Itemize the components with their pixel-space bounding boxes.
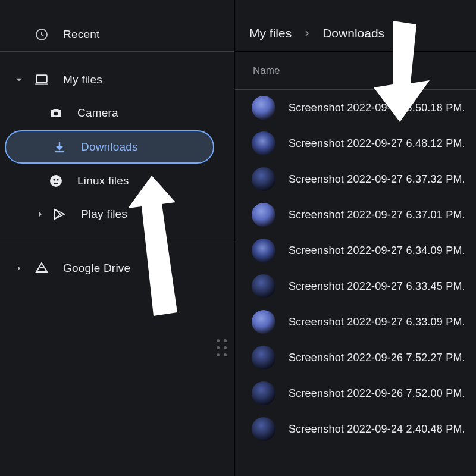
breadcrumb-root[interactable]: My files bbox=[249, 26, 292, 40]
play-icon bbox=[51, 206, 68, 223]
chevron-right-icon bbox=[303, 27, 311, 40]
sidebar-section-myfiles: My files Camera Downloads bbox=[0, 52, 234, 240]
breadcrumb: My files Downloads bbox=[235, 0, 476, 52]
laptop-icon bbox=[33, 71, 50, 88]
sidebar-item-recent[interactable]: Recent bbox=[0, 0, 234, 51]
file-thumbnail-icon bbox=[252, 131, 275, 155]
drive-label: Google Drive bbox=[63, 262, 130, 275]
recent-label: Recent bbox=[63, 28, 99, 41]
file-name: Screenshot 2022-09-27 6.33.09 PM. bbox=[289, 316, 465, 328]
camera-label: Camera bbox=[77, 107, 118, 120]
sidebar-section-recent: Recent bbox=[0, 0, 234, 52]
svg-point-5 bbox=[57, 178, 58, 180]
file-name: Screenshot 2022-09-27 6.34.09 PM. bbox=[289, 245, 465, 257]
file-thumbnail-icon bbox=[252, 203, 275, 227]
file-thumbnail-icon bbox=[252, 417, 275, 441]
sidebar-item-play[interactable]: Play files bbox=[2, 198, 228, 230]
file-thumbnail-icon bbox=[252, 167, 275, 191]
file-row[interactable]: Screenshot 2022-09-27 6.37.32 PM. bbox=[235, 161, 476, 197]
svg-rect-1 bbox=[36, 75, 46, 82]
file-thumbnail-icon bbox=[252, 346, 275, 369]
file-row[interactable]: Screenshot 2022-09-24 2.40.48 PM. bbox=[235, 411, 476, 447]
file-name: Screenshot 2022-09-24 2.40.48 PM. bbox=[289, 423, 465, 436]
drive-icon bbox=[33, 260, 50, 277]
file-row[interactable]: Screenshot 2022-09-27 6.33.09 PM. bbox=[235, 304, 476, 340]
file-row[interactable]: Screenshot 2022-09-26 7.52.00 PM. bbox=[235, 375, 476, 411]
file-row[interactable]: Screenshot 2022-09-27 6.50.18 PM. bbox=[235, 90, 476, 126]
files-app: Recent My files Camera bbox=[0, 0, 476, 476]
drag-handle-icon[interactable] bbox=[217, 339, 227, 357]
chevron-right-icon bbox=[32, 206, 49, 223]
main-panel: My files Downloads Name Screenshot 2022-… bbox=[235, 0, 476, 476]
file-row[interactable]: Screenshot 2022-09-27 6.37.01 PM. bbox=[235, 197, 476, 233]
file-thumbnail-icon bbox=[252, 239, 275, 262]
sidebar-section-drive: Google Drive bbox=[0, 240, 234, 286]
download-icon bbox=[51, 139, 68, 155]
sidebar-item-camera[interactable]: Camera bbox=[2, 97, 228, 129]
file-row[interactable]: Screenshot 2022-09-27 6.33.45 PM. bbox=[235, 268, 476, 304]
file-row[interactable]: Screenshot 2022-09-26 7.52.27 PM. bbox=[235, 340, 476, 375]
chevron-down-icon bbox=[11, 71, 27, 88]
column-header-row: Name bbox=[235, 52, 476, 90]
sidebar-item-my-files[interactable]: My files bbox=[2, 64, 228, 96]
file-thumbnail-icon bbox=[252, 310, 275, 334]
file-name: Screenshot 2022-09-27 6.37.01 PM. bbox=[289, 209, 465, 221]
file-thumbnail-icon bbox=[252, 381, 275, 405]
clock-icon bbox=[35, 27, 49, 42]
linux-label: Linux files bbox=[77, 174, 129, 187]
svg-point-3 bbox=[50, 175, 62, 187]
file-name: Screenshot 2022-09-27 6.33.45 PM. bbox=[289, 280, 465, 293]
file-name: Screenshot 2022-09-27 6.37.32 PM. bbox=[289, 173, 465, 186]
file-thumbnail-icon bbox=[252, 274, 275, 298]
camera-icon bbox=[48, 105, 64, 121]
sidebar-item-linux[interactable]: Linux files bbox=[2, 165, 228, 197]
column-header-name[interactable]: Name bbox=[253, 65, 280, 77]
breadcrumb-current: Downloads bbox=[322, 26, 384, 40]
file-name: Screenshot 2022-09-27 6.48.12 PM. bbox=[289, 137, 465, 150]
downloads-label: Downloads bbox=[81, 140, 138, 154]
file-name: Screenshot 2022-09-26 7.52.27 PM. bbox=[289, 352, 465, 364]
sidebar-item-downloads[interactable]: Downloads bbox=[5, 130, 214, 164]
sidebar-item-drive[interactable]: Google Drive bbox=[2, 252, 228, 284]
file-row[interactable]: Screenshot 2022-09-27 6.48.12 PM. bbox=[235, 126, 476, 161]
svg-point-4 bbox=[53, 178, 55, 180]
file-name: Screenshot 2022-09-26 7.52.00 PM. bbox=[289, 387, 465, 400]
file-thumbnail-icon bbox=[252, 96, 275, 120]
sidebar: Recent My files Camera bbox=[0, 0, 235, 476]
linux-icon bbox=[48, 173, 64, 189]
play-label: Play files bbox=[81, 208, 127, 221]
file-row[interactable]: Screenshot 2022-09-27 6.34.09 PM. bbox=[235, 233, 476, 268]
file-list: Screenshot 2022-09-27 6.50.18 PM. Screen… bbox=[235, 90, 476, 476]
chevron-right-icon bbox=[11, 260, 27, 277]
file-name: Screenshot 2022-09-27 6.50.18 PM. bbox=[289, 102, 465, 114]
svg-point-2 bbox=[54, 112, 58, 115]
my-files-label: My files bbox=[63, 73, 102, 86]
